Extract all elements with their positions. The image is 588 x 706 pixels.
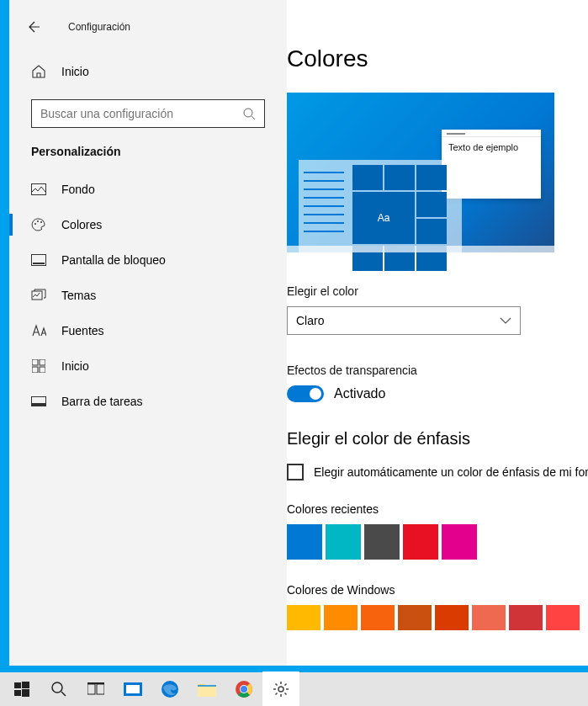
svg-point-18 xyxy=(52,682,62,693)
sidebar: Configuración Inicio Personalización Fon… xyxy=(9,0,287,666)
search-box[interactable] xyxy=(31,99,265,128)
home-label: Inicio xyxy=(61,65,89,78)
windows-colors xyxy=(287,605,588,630)
taskbar-edge[interactable] xyxy=(151,671,188,706)
search-icon xyxy=(50,681,67,698)
title-bar: Configuración xyxy=(9,13,287,56)
fonts-icon xyxy=(31,324,46,337)
transparency-label: Efectos de transparencia xyxy=(287,364,588,377)
folder-icon xyxy=(198,682,216,697)
task-view-button[interactable] xyxy=(77,671,114,706)
sidebar-item-temas[interactable]: Temas xyxy=(9,278,287,313)
sidebar-item-fuentes[interactable]: Fuentes xyxy=(9,313,287,348)
themes-icon xyxy=(31,289,46,302)
color-swatch[interactable] xyxy=(326,524,361,560)
taskbar-app-1[interactable] xyxy=(114,671,151,706)
recent-colors-label: Colores recientes xyxy=(287,502,588,516)
back-arrow-icon xyxy=(28,20,41,34)
svg-rect-6 xyxy=(33,263,45,264)
svg-rect-25 xyxy=(198,687,216,697)
nav-label: Barra de tareas xyxy=(61,395,143,408)
svg-rect-23 xyxy=(126,685,140,693)
task-view-icon xyxy=(87,682,104,696)
color-swatch[interactable] xyxy=(435,605,469,630)
page-title: Colores xyxy=(287,45,588,93)
picture-icon xyxy=(31,183,46,195)
chrome-icon xyxy=(235,680,253,698)
search-button[interactable] xyxy=(40,671,77,706)
color-swatch[interactable] xyxy=(287,524,322,560)
taskbar xyxy=(0,671,588,706)
svg-rect-15 xyxy=(22,682,29,688)
back-button[interactable] xyxy=(18,13,51,40)
app-icon xyxy=(124,682,142,696)
select-value: Claro xyxy=(296,314,324,327)
color-swatch[interactable] xyxy=(442,524,477,560)
home-nav[interactable]: Inicio xyxy=(9,56,287,88)
svg-point-3 xyxy=(37,220,39,222)
preview-start-menu: Aa xyxy=(299,160,462,252)
color-swatch[interactable] xyxy=(403,524,438,560)
svg-rect-13 xyxy=(32,403,45,406)
svg-point-31 xyxy=(278,687,283,692)
svg-rect-20 xyxy=(97,684,104,694)
svg-rect-21 xyxy=(87,682,104,684)
color-swatch[interactable] xyxy=(287,605,320,630)
auto-accent-checkbox[interactable] xyxy=(287,464,304,480)
edge-icon xyxy=(161,680,179,698)
color-swatch[interactable] xyxy=(509,605,543,630)
sidebar-item-taskbar[interactable]: Barra de tareas xyxy=(9,384,287,419)
color-swatch[interactable] xyxy=(398,605,432,630)
sidebar-item-fondo[interactable]: Fondo xyxy=(9,172,287,207)
section-header: Personalización xyxy=(9,145,287,172)
settings-window: Configuración Inicio Personalización Fon… xyxy=(9,0,588,666)
color-swatch[interactable] xyxy=(364,524,400,560)
color-swatch[interactable] xyxy=(324,605,358,630)
nav-label: Pantalla de bloqueo xyxy=(61,253,166,267)
start-icon xyxy=(32,359,45,373)
sidebar-item-lockscreen[interactable]: Pantalla de bloqueo xyxy=(9,242,287,278)
taskbar-chrome[interactable] xyxy=(225,671,262,706)
nav-label: Fuentes xyxy=(61,324,104,337)
accent-heading: Elegir el color de énfasis xyxy=(287,429,588,449)
preview-aa-tile: Aa xyxy=(352,192,415,244)
color-swatch[interactable] xyxy=(361,605,395,630)
main-content: Colores Texto de ejemplo Aa xyxy=(287,0,588,666)
color-preview: Texto de ejemplo Aa xyxy=(287,93,554,252)
taskbar-settings[interactable] xyxy=(262,671,299,706)
color-mode-select[interactable]: Claro xyxy=(287,306,521,335)
start-button[interactable] xyxy=(3,671,40,706)
color-swatch[interactable] xyxy=(546,605,580,630)
search-input[interactable] xyxy=(40,107,242,120)
gear-icon xyxy=(273,681,289,698)
svg-point-30 xyxy=(241,686,247,693)
toggle-state: Activado xyxy=(334,386,385,401)
choose-color-label: Elegir el color xyxy=(287,284,588,298)
transparency-toggle[interactable] xyxy=(287,385,324,402)
chevron-down-icon xyxy=(500,317,511,324)
svg-rect-7 xyxy=(32,291,42,300)
sidebar-item-colores[interactable]: Colores xyxy=(9,207,287,242)
svg-point-4 xyxy=(40,221,42,223)
svg-rect-14 xyxy=(14,682,21,688)
svg-point-0 xyxy=(244,109,252,117)
home-icon xyxy=(31,64,46,79)
svg-rect-10 xyxy=(32,367,38,373)
color-swatch[interactable] xyxy=(472,605,506,630)
svg-rect-17 xyxy=(22,689,29,697)
svg-point-2 xyxy=(34,223,36,225)
svg-rect-11 xyxy=(40,367,45,373)
sidebar-item-inicio[interactable]: Inicio xyxy=(9,348,287,384)
taskbar-explorer[interactable] xyxy=(188,671,225,706)
search-icon xyxy=(242,107,256,120)
svg-rect-8 xyxy=(32,359,38,365)
nav-label: Inicio xyxy=(61,359,89,373)
nav-label: Temas xyxy=(61,289,96,302)
nav-label: Fondo xyxy=(61,183,95,196)
svg-rect-19 xyxy=(87,684,95,694)
nav-label: Colores xyxy=(61,218,102,231)
palette-icon xyxy=(31,217,46,232)
window-title: Configuración xyxy=(68,21,130,33)
auto-accent-label: Elegir automáticamente un color de énfas… xyxy=(314,465,588,479)
svg-rect-9 xyxy=(40,359,45,365)
